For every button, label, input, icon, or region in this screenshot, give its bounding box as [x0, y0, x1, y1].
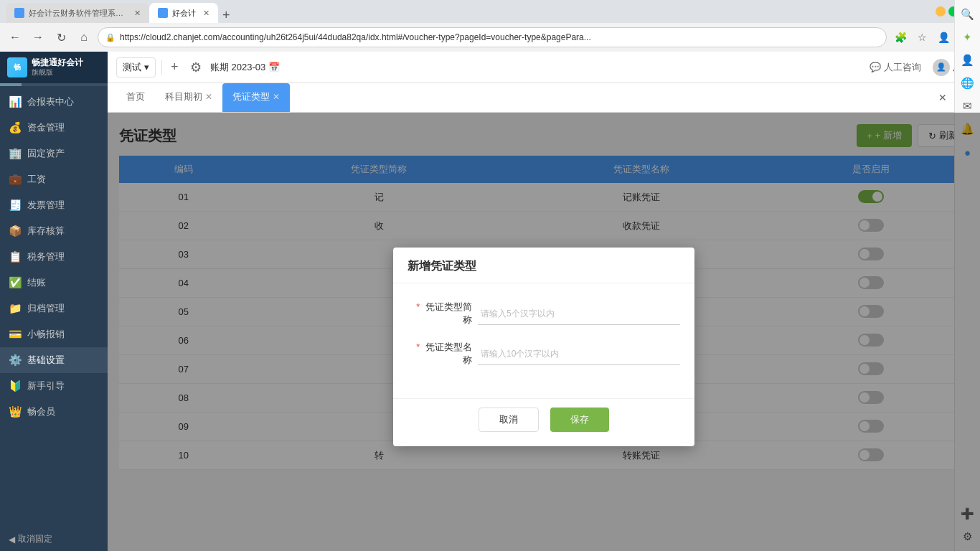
sidebar-footer[interactable]: ◀ 取消固定: [0, 527, 108, 551]
sidebar-item-funds[interactable]: 💰 资金管理: [0, 115, 108, 141]
tab-voucher-type[interactable]: 凭证类型 ✕: [222, 83, 290, 112]
sidebar-item-salary[interactable]: 💼 工资: [0, 166, 108, 192]
dialog: 新增凭证类型 * 凭证类型简称: [393, 248, 694, 446]
sidebar-item-tax[interactable]: 📋 税务管理: [0, 244, 108, 270]
url-text: https://cloud2.chanjet.com/accounting/uh…: [120, 32, 879, 42]
address-bar[interactable]: 🔒 https://cloud2.chanjet.com/accounting/…: [98, 27, 887, 47]
funds-icon: 💰: [9, 121, 22, 134]
sidebar-label-member: 畅会员: [27, 405, 55, 418]
form-row-name: * 凭证类型名称: [407, 341, 680, 367]
dialog-header: 新增凭证类型: [393, 248, 694, 283]
settings-button[interactable]: ⚙: [187, 57, 204, 78]
member-icon: 👑: [9, 405, 22, 418]
cancel-button[interactable]: 取消: [479, 408, 539, 432]
float-search-btn[interactable]: 🔍: [958, 4, 978, 24]
sidebar-item-member[interactable]: 👑 畅会员: [0, 399, 108, 425]
sidebar-label-funds: 资金管理: [27, 121, 65, 134]
settings-icon: ⚙️: [9, 354, 22, 367]
tax-icon: 📋: [9, 250, 22, 263]
footer-cancel-label: 取消固定: [18, 533, 52, 545]
sidebar-item-reports[interactable]: 📊 会报表中心: [0, 89, 108, 115]
company-selector[interactable]: 测试 ▾: [116, 57, 156, 77]
sidebar-subtitle: 旗舰版: [32, 67, 83, 77]
browser-tab-1[interactable]: 好会计云财务软件管理系统_会计 ✕: [6, 3, 149, 23]
sidebar-item-expense[interactable]: 💳 小畅报销: [0, 321, 108, 347]
sidebar-brand: 畅捷通好会计 旗舰版: [32, 57, 83, 77]
browser-toolbar: ← → ↻ ⌂ 🔒 https://cloud2.chanjet.com/acc…: [0, 23, 980, 52]
tab-label-1: 好会计云财务软件管理系统_会计: [29, 8, 127, 19]
refresh-button[interactable]: ↻: [52, 28, 70, 47]
new-tab-button[interactable]: +: [218, 8, 235, 23]
sidebar-item-guide[interactable]: 🔰 新手引导: [0, 373, 108, 399]
sidebar: 畅 畅捷通好会计 旗舰版 📊 会报表中心 💰 资金管理 🏢 固定资产: [0, 52, 108, 551]
back-button[interactable]: ←: [6, 28, 24, 47]
sidebar-item-settle[interactable]: ✅ 结账: [0, 270, 108, 296]
sidebar-label-tax: 税务管理: [27, 250, 65, 263]
settle-icon: ✅: [9, 276, 22, 289]
period-label: 账期: [210, 61, 229, 74]
browser-chrome: 好会计云财务软件管理系统_会计 ✕ 好会计 ✕ + ← → ↻ ⌂ 🔒 http…: [0, 0, 980, 52]
sidebar-item-invoice[interactable]: 🧾 发票管理: [0, 192, 108, 218]
app-header: 测试 ▾ + ⚙ 账期 2023-03 📅 💬 人工咨询 👤 用友: [108, 52, 980, 83]
tab-favicon-1: [14, 8, 24, 18]
tab-home[interactable]: 首页: [116, 83, 155, 112]
sidebar-label-invoice: 发票管理: [27, 199, 65, 212]
main-area: 测试 ▾ + ⚙ 账期 2023-03 📅 💬 人工咨询 👤 用友: [108, 52, 980, 551]
company-dropdown-icon: ▾: [144, 62, 149, 72]
user-avatar: 👤: [933, 59, 950, 76]
period-info: 账期 2023-03 📅: [210, 61, 281, 74]
extensions-button[interactable]: 🧩: [891, 28, 910, 47]
tab-voucher-close[interactable]: ✕: [273, 92, 280, 102]
minimize-button[interactable]: [936, 6, 946, 17]
lock-icon: 🔒: [105, 33, 116, 42]
float-globe-btn[interactable]: 🌐: [958, 73, 978, 93]
calendar-icon: 📅: [268, 62, 280, 72]
consult-button[interactable]: 💬 人工咨询: [864, 58, 927, 77]
tab-label-2: 好会计: [172, 8, 196, 19]
guide-icon: 🔰: [9, 380, 22, 392]
sidebar-item-archive[interactable]: 📁 归档管理: [0, 296, 108, 321]
browser-tab-2[interactable]: 好会计 ✕: [149, 3, 218, 23]
tab-favicon-2: [158, 8, 168, 18]
forward-button[interactable]: →: [29, 28, 47, 47]
salary-icon: 💼: [9, 173, 22, 186]
profile-button[interactable]: 👤: [934, 28, 953, 47]
company-name: 测试: [123, 61, 141, 74]
period-value: 2023-03: [232, 62, 266, 72]
sidebar-item-settings[interactable]: ⚙️ 基础设置: [0, 347, 108, 373]
sidebar-label-assets: 固定资产: [27, 147, 65, 160]
sidebar-label-reports: 会报表中心: [27, 95, 74, 108]
app-container: 畅 畅捷通好会计 旗舰版 📊 会报表中心 💰 资金管理 🏢 固定资产: [0, 52, 980, 551]
sidebar-label-guide: 新手引导: [27, 380, 65, 392]
tab-subject[interactable]: 科目期初 ✕: [155, 83, 222, 112]
float-user-btn[interactable]: 👤: [958, 50, 978, 70]
short-input[interactable]: [478, 302, 680, 325]
sidebar-item-inventory[interactable]: 📦 库存核算: [0, 218, 108, 244]
logo-text: 畅: [14, 62, 21, 72]
tab-bar: 好会计云财务软件管理系统_会计 ✕ 好会计 ✕ +: [6, 0, 235, 23]
sidebar-label-salary: 工资: [27, 173, 46, 186]
name-input[interactable]: [478, 342, 680, 365]
sidebar-label-inventory: 库存核算: [27, 225, 65, 237]
browser-titlebar: 好会计云财务软件管理系统_会计 ✕ 好会计 ✕ +: [0, 0, 980, 23]
sidebar-item-assets[interactable]: 🏢 固定资产: [0, 141, 108, 166]
tab-close-2[interactable]: ✕: [203, 9, 209, 18]
sidebar-title: 畅捷通好会计: [32, 57, 83, 67]
sidebar-nav: 📊 会报表中心 💰 资金管理 🏢 固定资产 💼 工资 🧾 发票管理 📦: [0, 86, 108, 527]
bookmark-button[interactable]: ☆: [913, 28, 931, 47]
sidebar-label-settle: 结账: [27, 276, 46, 289]
dialog-title: 新增凭证类型: [407, 260, 476, 272]
invoice-icon: 🧾: [9, 199, 22, 212]
sidebar-logo: 畅: [7, 57, 27, 77]
tab-close-1[interactable]: ✕: [134, 9, 141, 18]
reports-icon: 📊: [9, 95, 22, 108]
add-company-button[interactable]: +: [168, 57, 182, 77]
consult-icon: 💬: [870, 62, 881, 72]
float-star-btn[interactable]: ✦: [958, 27, 978, 47]
panel-close-button[interactable]: ✕: [934, 89, 951, 106]
sidebar-header: 畅 畅捷通好会计 旗舰版: [0, 52, 108, 83]
save-button[interactable]: 保存: [550, 408, 609, 432]
dialog-body: * 凭证类型简称 * 凭证类型名称: [393, 283, 694, 398]
home-button[interactable]: ⌂: [75, 28, 93, 47]
tab-subject-close[interactable]: ✕: [205, 92, 212, 102]
